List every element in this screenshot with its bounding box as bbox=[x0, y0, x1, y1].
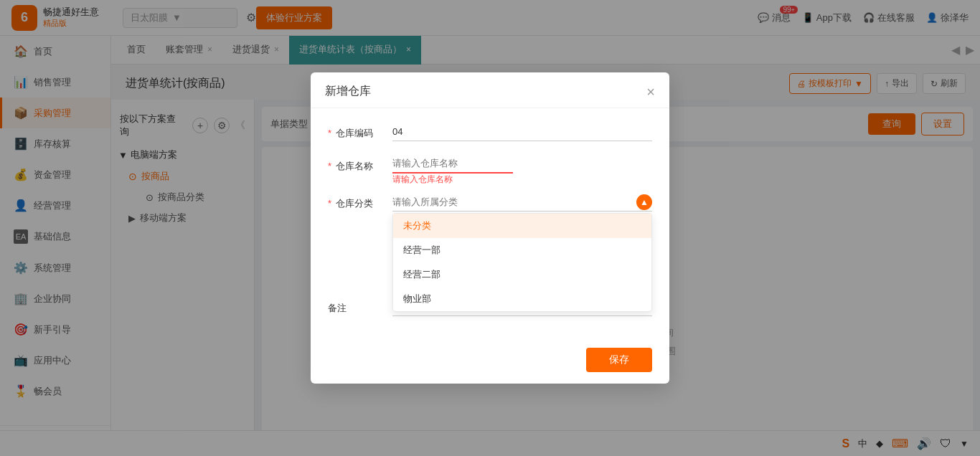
modal-footer: 保存 bbox=[311, 341, 669, 384]
form-row-name: * 仓库名称 请输入仓库名称 bbox=[328, 154, 652, 186]
name-label-text: 仓库名称 bbox=[336, 161, 373, 171]
save-button[interactable]: 保存 bbox=[586, 348, 652, 372]
code-label-text: 仓库编码 bbox=[336, 128, 373, 138]
dropdown-item-dept2[interactable]: 经营二部 bbox=[393, 262, 651, 287]
modal-close-button[interactable]: × bbox=[646, 85, 655, 99]
category-arrow-button[interactable]: ▲ bbox=[636, 194, 652, 210]
form-row-code: * 仓库编码 bbox=[328, 123, 652, 141]
form-row-category: * 仓库分类 ▲ 未分类 经营一部 经营二部 物业部 bbox=[328, 193, 652, 212]
code-label: * 仓库编码 bbox=[328, 123, 392, 140]
category-label: * 仓库分类 bbox=[328, 193, 392, 210]
category-input[interactable] bbox=[392, 193, 652, 212]
modal-overlay: 新增仓库 × * 仓库编码 * 仓库名称 bbox=[0, 0, 980, 456]
category-select-wrap: ▲ 未分类 经营一部 经营二部 物业部 bbox=[392, 193, 652, 212]
dropdown-item-dept1[interactable]: 经营一部 bbox=[393, 238, 651, 262]
dropdown-item-dept3[interactable]: 物业部 bbox=[393, 287, 651, 311]
modal-header: 新增仓库 × bbox=[311, 72, 669, 108]
name-error-area: 请输入仓库名称 bbox=[392, 174, 453, 186]
code-input[interactable] bbox=[392, 123, 652, 141]
remark-label: 备注 bbox=[328, 298, 392, 315]
modal-title: 新增仓库 bbox=[325, 84, 371, 99]
name-label: * 仓库名称 bbox=[328, 156, 392, 173]
modal-body: * 仓库编码 * 仓库名称 请输入仓库名称 bbox=[311, 108, 669, 341]
dropdown-item-uncategorized[interactable]: 未分类 bbox=[393, 214, 651, 238]
category-required-mark: * bbox=[328, 198, 331, 209]
code-required-mark: * bbox=[328, 128, 331, 138]
category-dropdown: 未分类 经营一部 经营二部 物业部 bbox=[392, 213, 652, 312]
name-required-mark: * bbox=[328, 161, 331, 171]
name-error-text: 请输入仓库名称 bbox=[392, 174, 453, 184]
name-input[interactable] bbox=[392, 154, 513, 174]
new-warehouse-modal: 新增仓库 × * 仓库编码 * 仓库名称 bbox=[311, 72, 669, 384]
category-label-text: 仓库分类 bbox=[336, 198, 373, 209]
